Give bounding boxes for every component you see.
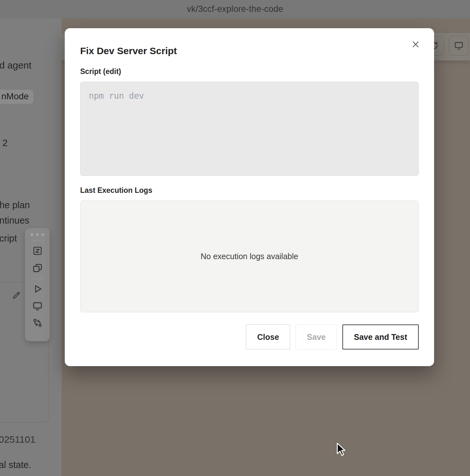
open-preview-button[interactable] — [449, 36, 469, 56]
logs-section-label: Last Execution Logs — [80, 185, 419, 195]
git-compare-button[interactable] — [30, 316, 45, 330]
copy-icon — [32, 263, 43, 274]
monitor-icon — [32, 301, 43, 312]
open-in-zed-button[interactable] — [30, 244, 45, 258]
sidebar-text-fragment: al state. — [0, 460, 31, 470]
git-compare-icon — [32, 318, 43, 329]
preview-button[interactable] — [30, 299, 45, 313]
run-button[interactable] — [30, 282, 45, 296]
mode-chip: nMode — [0, 90, 33, 104]
copy-button[interactable] — [30, 261, 45, 275]
close-icon — [411, 40, 420, 50]
sidebar-text-fragment: d agent — [0, 60, 31, 71]
drag-handle-dots[interactable] — [30, 233, 44, 236]
sidebar-text-fragment: ntinues — [0, 215, 29, 226]
logs-empty-message: No execution logs available — [201, 252, 298, 261]
sidebar-text-fragment: 0251101 — [0, 434, 36, 445]
sidebar-text-fragment: he plan — [0, 200, 30, 210]
monitor-icon — [454, 41, 464, 51]
sidebar-text-fragment: cript — [0, 233, 17, 244]
pencil-icon[interactable] — [12, 291, 21, 300]
mouse-cursor — [336, 442, 346, 456]
window-title: vk/3ccf-explore-the-code — [187, 4, 283, 14]
zed-editor-icon — [32, 246, 43, 257]
toolbar-divider — [31, 279, 44, 279]
toolbar-divider — [31, 241, 44, 241]
fix-dev-server-script-dialog: Fix Dev Server Script Script (edit) Last… — [65, 28, 434, 366]
window-titlebar: vk/3ccf-explore-the-code — [0, 0, 470, 18]
save-and-test-button[interactable]: Save and Test — [342, 324, 419, 349]
dialog-title: Fix Dev Server Script — [80, 45, 419, 57]
close-button[interactable]: Close — [246, 324, 290, 349]
sidebar-text-fragment: y 2 — [0, 137, 8, 148]
close-dialog-button[interactable] — [408, 38, 423, 52]
play-icon — [32, 284, 43, 295]
floating-toolbar — [25, 228, 50, 341]
save-button[interactable]: Save — [296, 324, 337, 349]
execution-logs-panel: No execution logs available — [80, 201, 419, 312]
script-input[interactable] — [80, 82, 419, 176]
dialog-footer: Close Save Save and Test — [80, 324, 419, 349]
script-section-label: Script (edit) — [80, 67, 419, 76]
